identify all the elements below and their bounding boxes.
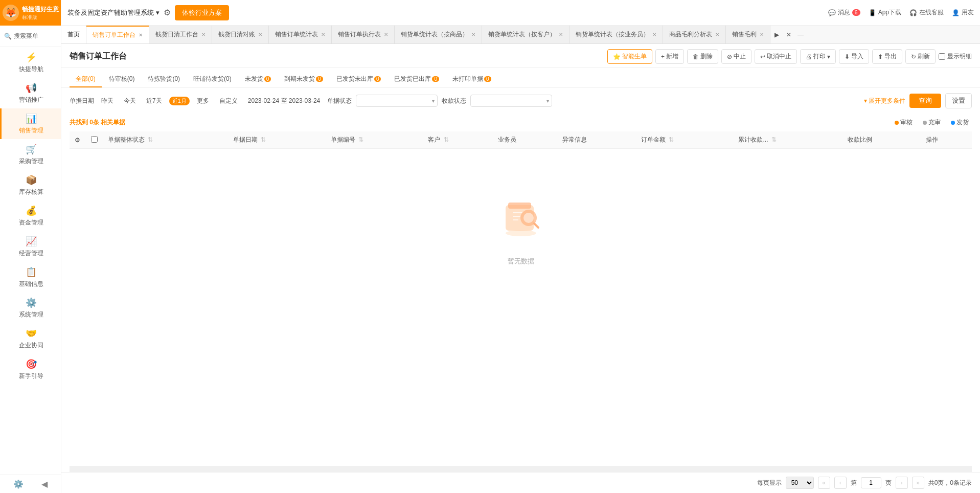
refresh-button[interactable]: ↻ 刷新 xyxy=(905,49,936,64)
tab-cash-daily[interactable]: 钱货日清工作台 ✕ xyxy=(149,26,212,44)
tab-sales-stats[interactable]: 销售订单统计表 ✕ xyxy=(269,26,332,44)
col-settings: ⚙ xyxy=(70,131,86,149)
print-button[interactable]: 🖨 打印 ▾ xyxy=(800,49,836,64)
sidebar-item-purchase[interactable]: 🛒 采购管理 xyxy=(0,139,61,170)
tab-close-sales-exec[interactable]: ✕ xyxy=(384,32,388,37)
tab-sales-profit[interactable]: 销售毛利 ✕ xyxy=(726,26,770,44)
module-selector[interactable]: 装备及固定资产辅助管理系统 ▾ xyxy=(67,8,159,17)
payment-select[interactable] xyxy=(470,95,552,107)
tab-close-sales-summary-product[interactable]: ✕ xyxy=(471,32,475,37)
subtab-not-shipped[interactable]: 未发货0 xyxy=(239,72,278,87)
subtab-not-printed[interactable]: 未打印单据0 xyxy=(446,72,497,87)
new-button[interactable]: + 新增 xyxy=(655,49,684,64)
tab-close-sales-workbench[interactable]: ✕ xyxy=(139,32,143,38)
subtab-shipped-not-in[interactable]: 已发货未出库0 xyxy=(330,72,388,87)
sidebar-item-operations[interactable]: 📈 经营管理 xyxy=(0,231,61,262)
tab-close-cash-daily[interactable]: ✕ xyxy=(201,32,206,37)
tab-cash-account[interactable]: 钱货日清对账 ✕ xyxy=(212,26,269,44)
subtab-pending-inspection[interactable]: 待拣验货(0) xyxy=(142,72,186,87)
show-detail-checkbox-wrap[interactable]: 显示明细 xyxy=(939,52,972,61)
table-quick-actions: 审核 充审 发货 xyxy=(892,117,972,128)
filter-custom-btn[interactable]: 自定义 xyxy=(216,96,241,106)
topbar-gear-icon[interactable]: ⚙ xyxy=(164,8,171,17)
query-button[interactable]: 查询 xyxy=(909,94,941,108)
user-icon: 👤 xyxy=(952,9,960,16)
filter-today-btn[interactable]: 今天 xyxy=(121,96,139,106)
tab-close-cash-account[interactable]: ✕ xyxy=(258,32,262,37)
table-header-row: ⚙ 单据整体状态 ⇅ 单据日期 ⇅ 单据编号 xyxy=(70,131,972,149)
filter-more-btn[interactable]: 更多 xyxy=(194,96,212,106)
tab-close-sales-stats[interactable]: ✕ xyxy=(321,32,325,37)
last-page-button[interactable]: » xyxy=(912,477,924,489)
pagination: 每页显示 20 50 100 « ‹ 第 页 › » 共0页，0条记录 xyxy=(61,472,980,493)
sidebar-item-inventory[interactable]: 📦 库存核算 xyxy=(0,170,61,200)
subtab-all[interactable]: 全部(0) xyxy=(70,72,102,87)
subtab-overdue-not-shipped[interactable]: 到期未发货0 xyxy=(278,72,329,87)
sidebar-item-system[interactable]: ⚙️ 系统管理 xyxy=(0,293,61,323)
search-menu-button[interactable]: 🔍 搜索菜单 xyxy=(4,30,57,42)
cancel-review-dot xyxy=(923,121,927,125)
subtab-shipped-in[interactable]: 已发货已出库0 xyxy=(388,72,445,87)
quick-ship-button[interactable]: 发货 xyxy=(948,117,972,128)
expand-conditions-button[interactable]: ▾ 展开更多条件 xyxy=(864,97,905,105)
newbie-icon: 🎯 xyxy=(26,358,37,370)
tab-sales-exec[interactable]: 销售订单执行表 ✕ xyxy=(332,26,395,44)
result-count: 共找到 0条 相关单据 xyxy=(70,118,125,127)
col-status: 单据整体状态 ⇅ xyxy=(103,131,228,149)
tab-sales-summary-staff[interactable]: 销货单统计表（按业务员） ✕ xyxy=(569,26,663,44)
filter-setting-button[interactable]: 设置 xyxy=(945,93,972,108)
sidebar-item-sales[interactable]: 📊 销售管理 xyxy=(0,108,61,139)
quick-cancel-review-button[interactable]: 充审 xyxy=(920,117,944,128)
sidebar-item-basic-info[interactable]: 📋 基础信息 xyxy=(0,262,61,293)
subtab-wangpu[interactable]: 旺铺待发货(0) xyxy=(187,72,238,87)
sidebar-item-finance[interactable]: 💰 资金管理 xyxy=(0,200,61,231)
export-button[interactable]: ⬆ 导出 xyxy=(872,49,902,64)
first-page-button[interactable]: « xyxy=(818,477,830,489)
filter-last1month-btn[interactable]: 近1月 xyxy=(169,97,190,105)
stop-button[interactable]: ⊘ 中止 xyxy=(721,49,751,64)
page-number-input[interactable] xyxy=(861,477,881,488)
show-detail-checkbox[interactable] xyxy=(939,53,945,60)
tab-gross-margin[interactable]: 商品毛利分析表 ✕ xyxy=(663,26,726,44)
message-button[interactable]: 💬 消息 6 xyxy=(828,8,860,17)
filter-yesterday-btn[interactable]: 昨天 xyxy=(98,96,117,106)
result-number: 0条 xyxy=(89,119,99,126)
user-menu-button[interactable]: 👤 用友 xyxy=(952,8,974,17)
page-size-select[interactable]: 20 50 100 xyxy=(786,477,814,489)
tab-close-sales-summary-staff[interactable]: ✕ xyxy=(652,32,656,37)
select-all-checkbox[interactable] xyxy=(91,136,98,143)
tab-sales-workbench[interactable]: 销售订单工作台 ✕ xyxy=(86,26,149,44)
next-page-button[interactable]: › xyxy=(896,477,908,489)
tab-sales-summary-customer[interactable]: 销货单统计表（按客户） ✕ xyxy=(482,26,569,44)
shipped-in-badge: 0 xyxy=(432,76,439,82)
industry-solution-button[interactable]: 体验行业方案 xyxy=(175,5,229,20)
online-service-button[interactable]: 🎧 在线客服 xyxy=(909,8,944,17)
sidebar-settings-button[interactable]: ⚙️ xyxy=(13,479,24,489)
sidebar-item-enterprise[interactable]: 🤝 企业协同 xyxy=(0,323,61,354)
sidebar-item-newbie[interactable]: 🎯 新手引导 xyxy=(0,354,61,385)
delete-button[interactable]: 🗑 删除 xyxy=(687,49,718,64)
tab-close-all-button[interactable]: ✕ xyxy=(783,26,794,44)
tab-close-sales-profit[interactable]: ✕ xyxy=(760,32,764,37)
tab-sales-summary-product[interactable]: 销货单统计表（按商品） ✕ xyxy=(395,26,482,44)
filter-last7-btn[interactable]: 近7天 xyxy=(143,96,165,106)
page-header: 销售订单工作台 ⭐ 智能生单 + 新增 🗑 删除 ⊘ 中止 xyxy=(61,44,980,68)
horizontal-scrollbar[interactable] xyxy=(70,466,972,472)
sidebar-item-marketing[interactable]: 📢 营销推广 xyxy=(0,78,61,108)
app-download-button[interactable]: 📱 App下载 xyxy=(869,8,901,17)
prev-page-button[interactable]: ‹ xyxy=(834,477,847,489)
delete-icon: 🗑 xyxy=(693,53,699,60)
tab-close-gross-margin[interactable]: ✕ xyxy=(715,32,719,37)
quick-review-button[interactable]: 审核 xyxy=(892,117,916,128)
cancel-stop-button[interactable]: ↩ 取消中止 xyxy=(755,49,797,64)
subtab-pending-review[interactable]: 待审核(0) xyxy=(103,72,141,87)
smart-create-button[interactable]: ⭐ 智能生单 xyxy=(607,49,652,64)
tab-minimize-button[interactable]: — xyxy=(794,26,807,44)
sidebar-item-quick-nav[interactable]: ⚡ 快捷导航 xyxy=(0,47,61,78)
import-button[interactable]: ⬇ 导入 xyxy=(839,49,869,64)
tab-close-sales-summary-customer[interactable]: ✕ xyxy=(559,32,563,37)
sidebar-collapse-button[interactable]: ◀ xyxy=(41,479,48,489)
tab-home[interactable]: 首页 xyxy=(61,26,86,44)
status-select[interactable] xyxy=(356,95,438,107)
tab-more-button[interactable]: ▶ xyxy=(770,26,783,44)
